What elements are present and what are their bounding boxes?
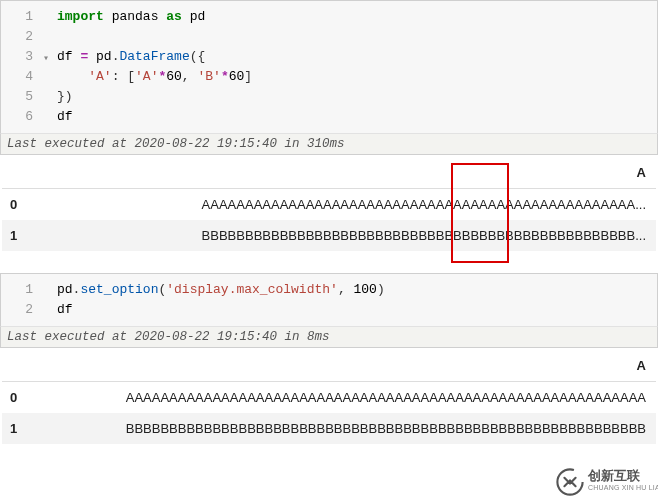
spacer <box>0 259 658 273</box>
code-source: pd.set_option('display.max_colwidth', 10… <box>39 280 385 300</box>
line-number: 6 <box>1 107 39 127</box>
code-source: df = pd.DataFrame({ <box>39 47 205 67</box>
execution-info: Last executed at 2020-08-22 19:15:40 in … <box>0 133 658 155</box>
code-line: 2 df <box>1 300 657 320</box>
cell-value: AAAAAAAAAAAAAAAAAAAAAAAAAAAAAAAAAAAAAAAA… <box>28 382 656 414</box>
output-area-2: A 0 AAAAAAAAAAAAAAAAAAAAAAAAAAAAAAAAAAAA… <box>0 348 658 452</box>
dataframe-table: A 0 AAAAAAAAAAAAAAAAAAAAAAAAAAAAAAAAAAAA… <box>2 350 656 444</box>
code-line: 1 pd.set_option('display.max_colwidth', … <box>1 280 657 300</box>
code-line: 4 'A': ['A'*60, 'B'*60] <box>1 67 657 87</box>
column-header: A <box>28 350 656 382</box>
line-number: 1 <box>1 7 39 27</box>
cell-value: BBBBBBBBBBBBBBBBBBBBBBBBBBBBBBBBBBBBBBBB… <box>28 220 656 251</box>
row-index: 0 <box>2 189 28 221</box>
watermark-logo: 创新互联 CHUANG XIN HU LIAN <box>556 467 652 497</box>
row-index: 1 <box>2 220 28 251</box>
code-source: }) <box>39 87 73 107</box>
code-line: 3▾ df = pd.DataFrame({ <box>1 47 657 67</box>
code-source: 'A': ['A'*60, 'B'*60] <box>39 67 252 87</box>
code-line: 2 <box>1 27 657 47</box>
cell-value: AAAAAAAAAAAAAAAAAAAAAAAAAAAAAAAAAAAAAAAA… <box>28 189 656 221</box>
code-cell-2: 1 pd.set_option('display.max_colwidth', … <box>0 273 658 326</box>
line-number: 3▾ <box>1 47 39 67</box>
line-number: 5 <box>1 87 39 107</box>
cell-value: BBBBBBBBBBBBBBBBBBBBBBBBBBBBBBBBBBBBBBBB… <box>28 413 656 444</box>
code-line: 6 df <box>1 107 657 127</box>
code-source <box>39 27 57 47</box>
execution-info: Last executed at 2020-08-22 19:15:40 in … <box>0 326 658 348</box>
index-header <box>2 350 28 382</box>
code-line: 1 import pandas as pd <box>1 7 657 27</box>
row-index: 0 <box>2 382 28 414</box>
output-area-1: A 0 AAAAAAAAAAAAAAAAAAAAAAAAAAAAAAAAAAAA… <box>0 155 658 259</box>
watermark-text: 创新互联 CHUANG XIN HU LIAN <box>588 470 658 494</box>
code-source: df <box>39 300 73 320</box>
code-source: df <box>39 107 73 127</box>
logo-icon <box>556 468 584 496</box>
row-index: 1 <box>2 413 28 444</box>
line-number: 1 <box>1 280 39 300</box>
fold-icon[interactable]: ▾ <box>43 49 49 69</box>
code-source: import pandas as pd <box>39 7 205 27</box>
line-number: 2 <box>1 27 39 47</box>
table-row: 1 BBBBBBBBBBBBBBBBBBBBBBBBBBBBBBBBBBBBBB… <box>2 220 656 251</box>
code-line: 5 }) <box>1 87 657 107</box>
table-row: 1 BBBBBBBBBBBBBBBBBBBBBBBBBBBBBBBBBBBBBB… <box>2 413 656 444</box>
table-row: 0 AAAAAAAAAAAAAAAAAAAAAAAAAAAAAAAAAAAAAA… <box>2 382 656 414</box>
index-header <box>2 157 28 189</box>
table-row: 0 AAAAAAAAAAAAAAAAAAAAAAAAAAAAAAAAAAAAAA… <box>2 189 656 221</box>
dataframe-table: A 0 AAAAAAAAAAAAAAAAAAAAAAAAAAAAAAAAAAAA… <box>2 157 656 251</box>
code-cell-1: 1 import pandas as pd 2 3▾ df = pd.DataF… <box>0 0 658 133</box>
line-number: 4 <box>1 67 39 87</box>
column-header: A <box>28 157 656 189</box>
line-number: 2 <box>1 300 39 320</box>
